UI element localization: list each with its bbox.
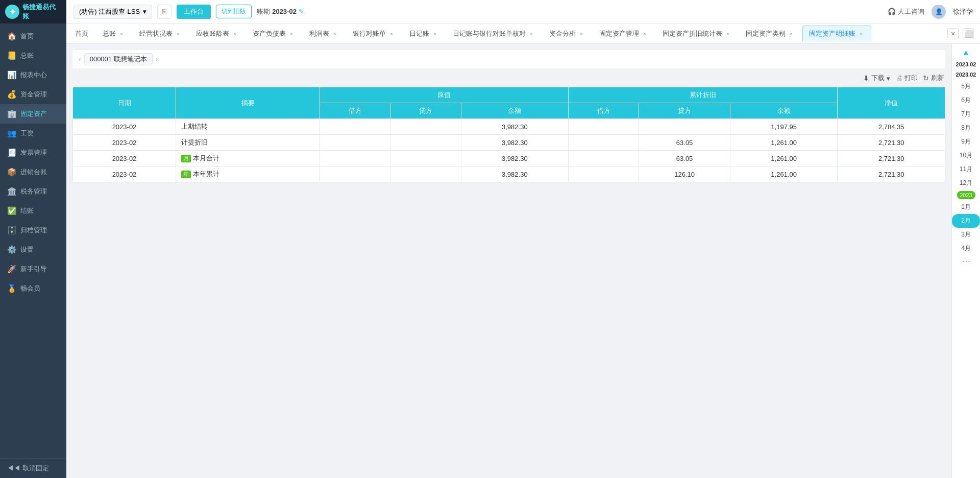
tab-fixed-mgmt-close[interactable]: ×: [641, 30, 648, 37]
main-content: ‹ 000001 联想笔记本 › ⬇ 下载 ▾ 🖨 打印 ↻ 刷新: [66, 44, 951, 478]
content-area: ‹ 000001 联想笔记本 › ⬇ 下载 ▾ 🖨 打印 ↻ 刷新: [66, 44, 980, 478]
tab-fixed-detail[interactable]: 固定资产明细账 ×: [802, 26, 871, 41]
breadcrumb-next-arrow[interactable]: ›: [156, 55, 158, 63]
sidebar-item-member[interactable]: 🏅 畅会员: [0, 279, 66, 298]
timeline-month-3[interactable]: 3月: [952, 228, 980, 242]
timeline-month-4[interactable]: 4月: [952, 242, 980, 255]
cell-orig-balance: 3,982.30: [461, 151, 569, 166]
table-row: 2023-02 年本年累计 3,982.30 126.10 1,261.00 2…: [73, 166, 945, 182]
cell-date: 2023-02: [73, 135, 176, 151]
timeline-month-9[interactable]: 9月: [952, 135, 980, 149]
copy-button[interactable]: ⎘: [157, 5, 172, 19]
username[interactable]: 徐泽华: [953, 7, 973, 16]
sidebar-item-settings[interactable]: ⚙️ 设置: [0, 240, 66, 259]
tab-balance[interactable]: 资产负债表 ×: [246, 26, 302, 41]
maximize-button[interactable]: ⬜: [963, 28, 974, 39]
sidebar-item-ledger[interactable]: 📒 总账: [0, 46, 66, 65]
cell-net-value: 2,721.30: [838, 166, 945, 182]
timeline-month-5[interactable]: 5月: [952, 80, 980, 93]
guide-icon: 🚀: [7, 265, 16, 274]
tab-manage[interactable]: 经营状况表 ×: [133, 26, 188, 41]
top-header: (劝告) 江西股查-LSS ▾ ⎘ 工作台 切到旧版 账期 2023-02 ✎ …: [66, 0, 980, 23]
breadcrumb-asset[interactable]: 000001 联想笔记本: [84, 53, 153, 65]
tab-journal-bank[interactable]: 日记账与银行对账单核对 ×: [446, 26, 542, 41]
sidebar-item-sales[interactable]: 📦 进销台账: [0, 162, 66, 182]
tab-fixed-type[interactable]: 固定资产类别 ×: [739, 26, 801, 41]
tab-depreciation-stat[interactable]: 固定资产折旧统计表 ×: [656, 26, 738, 41]
tab-ledger[interactable]: 总账 ×: [96, 26, 132, 41]
sidebar-item-settlement[interactable]: ✅ 结账: [0, 201, 66, 221]
tab-fixed-type-close[interactable]: ×: [788, 30, 795, 37]
timeline-panel: ▲ 2023.02 2023.02 5月 6月 7月 8月 9月 10月 11月…: [951, 44, 980, 478]
sidebar-item-invoice[interactable]: 🧾 发票管理: [0, 143, 66, 162]
tab-cashflow-close[interactable]: ×: [578, 30, 585, 37]
tab-journal-close[interactable]: ×: [431, 30, 438, 37]
timeline-month-6[interactable]: 6月: [952, 93, 980, 107]
tab-home[interactable]: 首页: [68, 26, 95, 41]
cell-summary: 计提折旧: [176, 135, 320, 151]
timeline-month-12[interactable]: 12月: [952, 176, 980, 190]
sidebar-item-reports[interactable]: 📊 报表中心: [0, 65, 66, 85]
timeline-month-10[interactable]: 10月: [952, 149, 980, 162]
sidebar-item-fixed-assets[interactable]: 🏢 固定资产: [0, 104, 66, 124]
period-label: 账期 2023-02 ✎: [257, 7, 304, 16]
tab-cashflow[interactable]: 资金分析 ×: [543, 26, 592, 41]
sidebar-label-guide: 新手引导: [20, 265, 47, 274]
tab-fixed-detail-close[interactable]: ×: [857, 30, 865, 37]
switch-version-button[interactable]: 切到旧版: [216, 5, 252, 18]
tab-journal-bank-close[interactable]: ×: [528, 30, 535, 37]
timeline-month-8[interactable]: 8月: [952, 121, 980, 135]
tab-depreciation-stat-close[interactable]: ×: [724, 30, 731, 37]
sidebar-item-payroll[interactable]: 👥 工资: [0, 124, 66, 143]
cell-accum-balance: 1,197.95: [730, 119, 838, 135]
th-orig-balance: 余额: [461, 103, 569, 119]
sidebar-unpin-button[interactable]: ◀◀ 取消固定: [0, 458, 66, 478]
period-text: 账期: [257, 7, 270, 16]
th-original-value: 原值: [320, 87, 569, 103]
help-button[interactable]: 🎧 人工咨询: [888, 7, 924, 16]
close-all-tabs-button[interactable]: ×: [947, 28, 959, 39]
tab-journal-bank-label: 日记账与银行对账单核对: [453, 29, 526, 38]
th-accum-debit: 借方: [569, 103, 639, 119]
sidebar-label-settlement: 结账: [20, 206, 34, 216]
sidebar-label-home: 首页: [20, 32, 34, 41]
capital-icon: 💰: [7, 90, 16, 99]
period-edit-icon[interactable]: ✎: [299, 8, 304, 15]
sidebar-item-tax[interactable]: 🏛️ 税务管理: [0, 182, 66, 201]
refresh-button[interactable]: ↻ 刷新: [923, 74, 944, 83]
sidebar-item-capital[interactable]: 💰 资金管理: [0, 85, 66, 104]
tab-manage-close[interactable]: ×: [175, 30, 182, 37]
timeline-month-1[interactable]: 1月: [952, 200, 980, 214]
timeline-month-2[interactable]: 2月: [952, 214, 980, 228]
breadcrumb-prev-arrow[interactable]: ‹: [79, 55, 81, 63]
sidebar-item-guide[interactable]: 🚀 新手引导: [0, 259, 66, 279]
sidebar-item-home[interactable]: 🏠 首页: [0, 27, 66, 46]
sidebar-item-archive[interactable]: 🗄️ 归档管理: [0, 221, 66, 240]
tab-bank[interactable]: 银行对账单 ×: [346, 26, 402, 41]
timeline-month-11[interactable]: 11月: [952, 162, 980, 176]
logo-text: 畅捷通易代账: [22, 3, 61, 21]
tab-receivable[interactable]: 应收账龄表 ×: [189, 26, 245, 41]
tab-ledger-close[interactable]: ×: [118, 30, 125, 37]
logo-icon: ✦: [5, 5, 19, 19]
fixed-assets-icon: 🏢: [7, 109, 16, 118]
timeline-scroll-up[interactable]: ▲: [960, 46, 972, 59]
workbench-button[interactable]: 工作台: [177, 5, 211, 19]
cell-accum-credit: 63.05: [639, 151, 730, 166]
tab-profit[interactable]: 利润表 ×: [303, 26, 345, 41]
print-button[interactable]: 🖨 打印: [895, 74, 918, 83]
tab-profit-close[interactable]: ×: [331, 30, 338, 37]
download-button[interactable]: ⬇ 下载 ▾: [863, 74, 890, 83]
th-accum-balance: 余额: [730, 103, 838, 119]
timeline-month-7[interactable]: 7月: [952, 107, 980, 121]
sidebar-label-archive: 归档管理: [20, 226, 47, 235]
sidebar-label-sales: 进销台账: [20, 168, 47, 177]
tab-bank-close[interactable]: ×: [388, 30, 395, 37]
company-selector[interactable]: (劝告) 江西股查-LSS ▾: [74, 5, 152, 19]
tab-balance-close[interactable]: ×: [288, 30, 295, 37]
tab-fixed-mgmt[interactable]: 固定资产管理 ×: [593, 26, 655, 41]
tab-journal[interactable]: 日记账 ×: [403, 26, 445, 41]
tab-receivable-close[interactable]: ×: [231, 30, 238, 37]
sidebar-label-settings: 设置: [20, 245, 34, 254]
sidebar-label-invoice: 发票管理: [20, 148, 47, 157]
